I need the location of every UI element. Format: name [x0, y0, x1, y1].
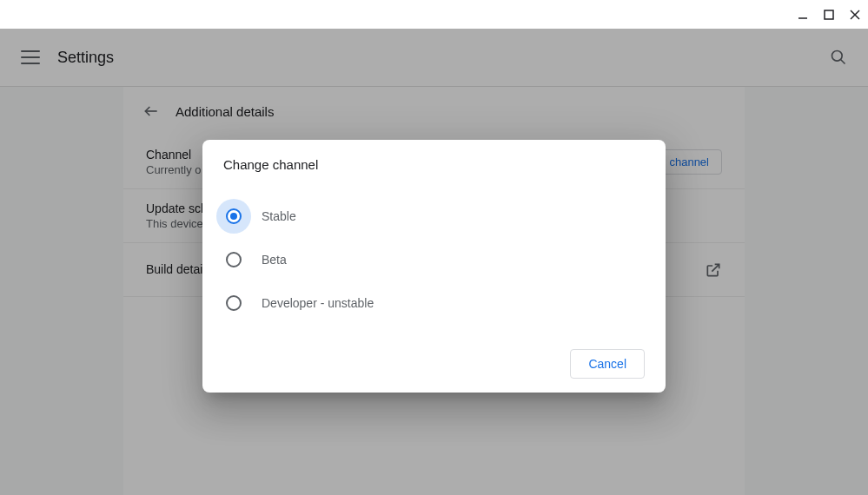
- maximize-icon[interactable]: [823, 9, 835, 21]
- radio-option-stable[interactable]: Stable: [216, 195, 645, 238]
- radio-icon: [216, 199, 251, 234]
- close-icon[interactable]: [849, 9, 861, 21]
- radio-icon: [216, 286, 251, 320]
- window-titlebar: [0, 0, 868, 29]
- radio-label: Beta: [262, 253, 287, 267]
- change-channel-dialog: Change channel Stable Beta Developer - u…: [202, 140, 666, 393]
- dialog-actions: Cancel: [223, 349, 645, 379]
- channel-radio-group: Stable Beta Developer - unstable: [216, 195, 645, 325]
- dialog-backdrop[interactable]: Change channel Stable Beta Developer - u…: [0, 29, 868, 495]
- radio-icon: [216, 242, 251, 277]
- radio-label: Developer - unstable: [262, 296, 374, 310]
- minimize-icon[interactable]: [797, 9, 809, 21]
- svg-rect-1: [825, 10, 833, 19]
- radio-label: Stable: [262, 209, 296, 223]
- dialog-title: Change channel: [223, 157, 645, 172]
- radio-option-developer[interactable]: Developer - unstable: [216, 281, 645, 325]
- radio-option-beta[interactable]: Beta: [216, 238, 645, 281]
- cancel-button[interactable]: Cancel: [570, 349, 645, 379]
